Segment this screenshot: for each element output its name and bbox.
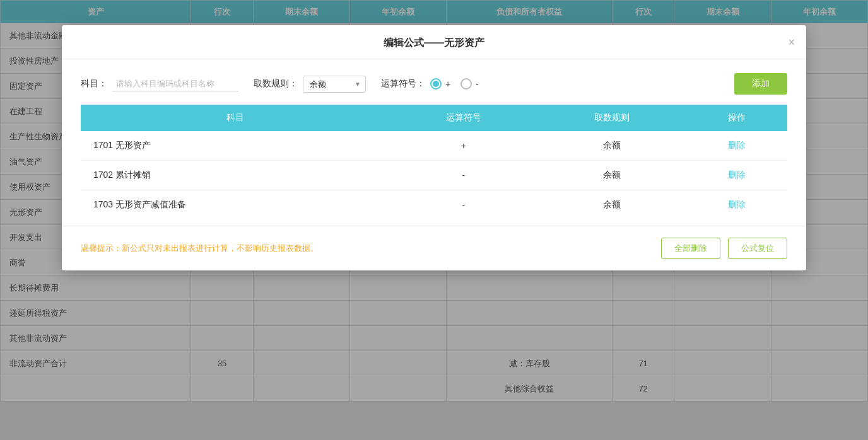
table-cell-rule: 余额	[537, 161, 686, 190]
subject-input[interactable]	[112, 76, 238, 91]
radio-circle-plus	[430, 78, 442, 90]
footer-buttons: 全部删除 公式复位	[661, 238, 787, 259]
operator-field-group: 运算符号： + -	[381, 78, 479, 90]
close-button[interactable]: ×	[788, 37, 795, 48]
operator-plus-label: +	[445, 79, 450, 89]
dialog: 编辑公式——无形资产 × 科目： 取数规则： 余额 借方 贷方 借方发生额 贷方…	[62, 25, 806, 270]
rule-field-group: 取数规则： 余额 借方 贷方 借方发生额 贷方发生额 ▼	[254, 76, 366, 93]
reset-formula-button[interactable]: 公式复位	[728, 238, 787, 259]
table-row: 1702 累计摊销-余额删除	[81, 161, 787, 190]
formula-table-header: 运算符号	[389, 105, 537, 131]
rule-label: 取数规则：	[254, 78, 298, 90]
table-cell-subject: 1702 累计摊销	[81, 161, 389, 190]
data-table-wrap: 科目运算符号取数规则操作 1701 无形资产+余额删除1702 累计摊销-余额删…	[62, 105, 806, 219]
table-cell-operator: -	[389, 161, 537, 190]
footer-tip: 温馨提示：新公式只对未出报表进行计算，不影响历史报表数据。	[81, 243, 319, 254]
table-cell-rule: 余额	[537, 190, 686, 220]
operator-plus-radio[interactable]: +	[430, 78, 450, 90]
table-cell-rule: 余额	[537, 131, 686, 161]
operator-label: 运算符号：	[381, 78, 425, 90]
table-row: 1703 无形资产减值准备-余额删除	[81, 190, 787, 220]
table-cell-operator: -	[389, 190, 537, 220]
modal-overlay: 编辑公式——无形资产 × 科目： 取数规则： 余额 借方 贷方 借方发生额 贷方…	[0, 0, 868, 440]
rule-select[interactable]: 余额 借方 贷方 借方发生额 贷方发生额	[303, 76, 366, 93]
operator-minus-radio[interactable]: -	[460, 78, 479, 90]
radio-circle-minus	[460, 78, 472, 90]
table-cell-subject: 1701 无形资产	[81, 131, 389, 161]
dialog-footer: 温馨提示：新公式只对未出报表进行计算，不影响历史报表数据。 全部删除 公式复位	[62, 226, 806, 270]
operator-minus-label: -	[476, 79, 479, 89]
table-cell-operator: +	[389, 131, 537, 161]
delete-row-button[interactable]: 删除	[728, 140, 746, 150]
subject-label: 科目：	[81, 78, 107, 90]
formula-table-header: 取数规则	[537, 105, 686, 131]
table-cell-subject: 1703 无形资产减值准备	[81, 190, 389, 220]
add-button[interactable]: 添加	[734, 73, 787, 95]
dialog-header: 编辑公式——无形资产 ×	[62, 25, 806, 59]
delete-row-button[interactable]: 删除	[728, 170, 746, 180]
operator-radio-group: + -	[430, 78, 479, 90]
table-cell-action: 删除	[686, 161, 787, 190]
rule-select-container: 余额 借方 贷方 借方发生额 贷方发生额 ▼	[303, 76, 366, 93]
table-cell-action: 删除	[686, 190, 787, 220]
formula-table-header: 操作	[686, 105, 787, 131]
subject-field-group: 科目：	[81, 76, 238, 91]
formula-table-header: 科目	[81, 105, 389, 131]
table-row: 1701 无形资产+余额删除	[81, 131, 787, 161]
table-cell-action: 删除	[686, 131, 787, 161]
formula-table: 科目运算符号取数规则操作 1701 无形资产+余额删除1702 累计摊销-余额删…	[81, 105, 787, 219]
delete-row-button[interactable]: 删除	[728, 199, 746, 209]
delete-all-button[interactable]: 全部删除	[661, 238, 720, 259]
form-row: 科目： 取数规则： 余额 借方 贷方 借方发生额 贷方发生额 ▼ 运算	[62, 59, 806, 105]
dialog-title: 编辑公式——无形资产	[384, 37, 484, 48]
